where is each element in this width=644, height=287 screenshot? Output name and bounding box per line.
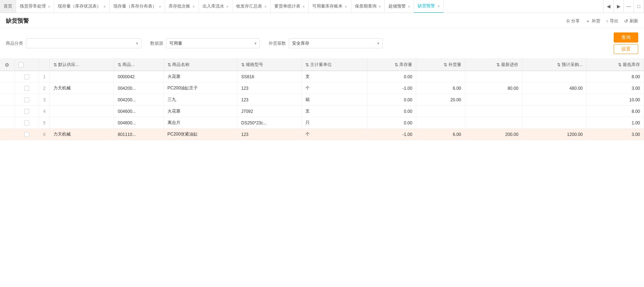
- tab-maximize[interactable]: □: [634, 0, 644, 13]
- td-row-num-1: 2: [39, 83, 50, 94]
- td-spec-0: SS816: [238, 71, 301, 83]
- tab-inventory-dist[interactable]: 现存量（库存分布表）×: [110, 0, 165, 13]
- tab-nav-left[interactable]: ◀: [604, 0, 614, 13]
- tab-close-collect[interactable]: ×: [264, 4, 266, 9]
- tab-available[interactable]: 可用量库存账本×: [309, 0, 351, 13]
- tab-close-available[interactable]: ×: [345, 4, 347, 9]
- td-replenish-qty-0: [416, 71, 465, 83]
- td-checkbox-1[interactable]: [14, 83, 39, 94]
- tab-navigation: ◀ ▶ — □: [603, 0, 644, 13]
- header-checkbox[interactable]: [18, 62, 23, 67]
- td-checkbox-0[interactable]: [14, 71, 39, 83]
- td-stock-3: 0.00: [367, 106, 416, 117]
- td-supplier-0: [50, 71, 114, 83]
- tab-close-order-stat[interactable]: ×: [303, 4, 305, 9]
- th-goods-code[interactable]: ⇅ 商品...: [114, 59, 164, 71]
- table-row: 5004800...离合片DS250*23c...只0.001.00: [0, 117, 644, 129]
- td-checkbox-3[interactable]: [14, 106, 39, 117]
- tab-expiry[interactable]: 保质期查询×: [351, 0, 385, 13]
- gear-icon[interactable]: ⚙: [5, 62, 9, 68]
- td-goods-code-0: 0000042: [114, 71, 164, 83]
- tab-nav-right[interactable]: ▶: [614, 0, 624, 13]
- th-estimated-purchase[interactable]: ⇅ 预计采购...: [522, 59, 587, 71]
- query-button[interactable]: 查询: [614, 32, 638, 43]
- row-checkbox-3[interactable]: [24, 109, 29, 114]
- th-unit[interactable]: ⇅ 主计量单位: [301, 59, 367, 71]
- tab-close-batch[interactable]: ×: [192, 4, 195, 9]
- th-default-supplier[interactable]: ⇅ 默认供应...: [50, 59, 114, 71]
- filter-actions: 查询 设置: [614, 32, 638, 54]
- tab-overstock[interactable]: 超储预警×: [385, 0, 414, 13]
- tab-inout-flow[interactable]: 出入库流水×: [199, 0, 232, 13]
- th-spec[interactable]: ⇅ 规格型号: [238, 59, 301, 71]
- tab-stale[interactable]: 拣货异常处理×: [16, 0, 54, 13]
- td-latest-price-1: 80.00: [465, 83, 522, 94]
- td-checkbox-5[interactable]: [14, 129, 39, 140]
- td-gear-1: [0, 83, 14, 94]
- th-default-supplier-sort-icon: ⇅: [53, 62, 57, 67]
- td-spec-3: J7092: [238, 106, 301, 117]
- th-gear: ⚙: [0, 59, 14, 71]
- datasource-select-value: 可用量: [169, 40, 252, 47]
- replenish-icon: ＋: [586, 18, 590, 25]
- row-checkbox-1[interactable]: [24, 86, 29, 91]
- td-supplier-4: [50, 117, 114, 129]
- tab-bar: 首页 拣货异常处理×现存量（库存状况表）×现存量（库存分布表）×库存批次账×出入…: [0, 0, 644, 13]
- tab-close-inventory-dist[interactable]: ×: [159, 4, 161, 9]
- tab-collect[interactable]: 收发存汇总表×: [232, 0, 270, 13]
- td-gear-5: [0, 129, 14, 140]
- th-replenish-qty-sort-icon: ⇅: [444, 62, 447, 67]
- datasource-select[interactable]: 可用量 ▾: [166, 38, 260, 48]
- td-goods-name-1: PC200油缸庄子: [164, 83, 238, 94]
- tab-close-shortage[interactable]: ×: [437, 4, 439, 8]
- td-checkbox-2[interactable]: [14, 94, 39, 106]
- tab-minimize[interactable]: —: [624, 0, 634, 13]
- td-latest-price-2: [465, 94, 522, 106]
- replenish-button[interactable]: ＋ 补货: [586, 18, 600, 25]
- tab-close-inout-flow[interactable]: ×: [226, 4, 229, 9]
- tab-inventory-status[interactable]: 现存量（库存状况表）×: [54, 0, 109, 13]
- settings-button[interactable]: 设置: [614, 44, 638, 54]
- td-unit-0: 支: [301, 71, 367, 83]
- td-row-num-5: 6: [39, 129, 50, 140]
- tab-close-overstock[interactable]: ×: [408, 4, 410, 9]
- row-checkbox-5[interactable]: [24, 132, 29, 137]
- tab-shortage[interactable]: 缺货预警×: [414, 0, 443, 13]
- tab-close-stale[interactable]: ×: [48, 4, 50, 9]
- td-unit-3: 支: [301, 106, 367, 117]
- tab-label-batch: 库存批次账: [169, 3, 190, 9]
- tab-order-stat[interactable]: 要货单统计表×: [271, 0, 309, 13]
- th-min-stock[interactable]: ⇅ 最低库存: [587, 59, 644, 71]
- row-checkbox-0[interactable]: [24, 74, 29, 79]
- tab-close-expiry[interactable]: ×: [379, 4, 381, 9]
- replenish-base-select[interactable]: 安全库存 ▾: [289, 38, 383, 48]
- table-row: 10000042火花塞SS816支0.008.00: [0, 71, 644, 83]
- replenish-base-filter-group: 补货基数 安全库存 ▾: [269, 38, 383, 48]
- tab-home[interactable]: 首页: [0, 0, 16, 13]
- td-replenish-qty-3: [416, 106, 465, 117]
- tab-batch[interactable]: 库存批次账×: [165, 0, 199, 13]
- category-select[interactable]: ▾: [26, 38, 142, 48]
- datasource-filter-group: 数据源 可用量 ▾: [150, 38, 260, 48]
- row-checkbox-4[interactable]: [24, 120, 29, 125]
- th-estimated-purchase-sort-icon: ⇅: [557, 62, 561, 67]
- td-stock-4: 0.00: [367, 117, 416, 129]
- export-button[interactable]: ↑ 导出: [606, 18, 619, 24]
- th-unit-sort-icon: ⇅: [305, 62, 309, 67]
- td-replenish-qty-5: 6.00: [416, 129, 465, 140]
- th-min-stock-label: 最低库存: [623, 62, 640, 68]
- th-latest-price[interactable]: ⇅ 最新进价: [465, 59, 522, 71]
- th-checkbox: [14, 59, 39, 71]
- tab-label-inventory-status: 现存量（库存状况表）: [58, 3, 101, 9]
- td-checkbox-4[interactable]: [14, 117, 39, 129]
- tab-close-inventory-status[interactable]: ×: [103, 4, 105, 9]
- share-button[interactable]: ⎘ 分享: [567, 18, 580, 24]
- th-replenish-qty[interactable]: ⇅ 补货量: [416, 59, 465, 71]
- row-checkbox-2[interactable]: [24, 97, 29, 102]
- td-min-stock-4: 1.00: [587, 117, 644, 129]
- th-stock[interactable]: ⇅ 库存量: [367, 59, 416, 71]
- th-goods-name[interactable]: ⇅ 商品名称: [164, 59, 238, 71]
- table-container: ⚙ ⇅ 默认供应... ⇅ 商: [0, 59, 644, 140]
- refresh-button[interactable]: ↺ 刷新: [624, 18, 638, 24]
- td-row-num-3: 4: [39, 106, 50, 117]
